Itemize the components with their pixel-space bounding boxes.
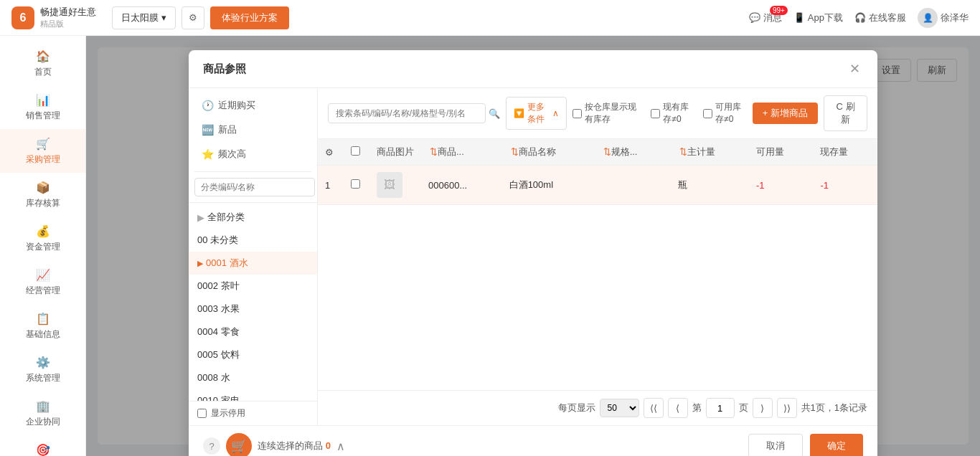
row-checkbox[interactable] [351, 179, 360, 189]
sidebar-item-finance[interactable]: 💰 资金管理 [0, 217, 85, 260]
cell-unit: 瓶 [671, 166, 749, 205]
warehouse-checkbox-item[interactable]: 按仓库显示现有库存 [573, 101, 642, 125]
settings-icon[interactable]: ⚙ [182, 6, 204, 29]
online-service-item[interactable]: 🎧 在线客服 [854, 11, 906, 24]
category-0002[interactable]: 0002 茶叶 [189, 275, 317, 298]
category-00[interactable]: 00 未分类 [189, 229, 317, 252]
select-all-checkbox[interactable] [351, 146, 360, 156]
footer-right: 取消 确定 [748, 434, 863, 456]
collapse-footer-icon[interactable]: ∧ [336, 440, 345, 453]
refresh-button[interactable]: C 刷新 [824, 95, 867, 131]
tab-new-products[interactable]: 🆕 新品 [194, 118, 311, 141]
confirm-button[interactable]: 确定 [810, 434, 863, 456]
product-search-bar: 🔍 [328, 103, 500, 123]
cell-code: 000600... [421, 166, 502, 205]
sidebar-item-system[interactable]: ⚙️ 系统管理 [0, 348, 85, 391]
tab-frequent[interactable]: ⭐ 频次高 [194, 143, 311, 166]
filter-icon: 🔽 [514, 108, 524, 118]
sidebar-item-operations[interactable]: 📈 经营管理 [0, 260, 85, 304]
active-arrow-icon: ▶ [197, 259, 203, 268]
cell-stock: -1 [813, 166, 877, 205]
show-disabled-checkbox[interactable] [197, 409, 207, 418]
category-search-box: 🔍 [189, 172, 317, 203]
col-spec[interactable]: ⇅规格... [595, 139, 671, 166]
cell-row-index: 1 [318, 166, 344, 205]
col-settings[interactable]: ⚙ [318, 139, 344, 166]
sidebar-item-purchase[interactable]: 🛒 采购管理 [0, 129, 85, 173]
more-filter-button[interactable]: 🔽 更多条件 ∧ [506, 97, 567, 130]
col-stock: 现存量 [813, 139, 877, 166]
prev-page-button[interactable]: ⟨ [668, 398, 688, 418]
star-icon: ⭐ [202, 148, 214, 160]
col-image: 商品图片 [369, 139, 421, 166]
table-row[interactable]: 1 🖼 000600... 白酒100ml [318, 166, 877, 205]
sales-icon: 📊 [36, 92, 50, 107]
usable-checkbox[interactable] [703, 109, 712, 118]
tab-recent-purchase[interactable]: 🕐 近期购买 [194, 94, 311, 117]
cell-available: -1 [749, 166, 814, 205]
guide-icon: 🎯 [36, 442, 50, 456]
usable-checkbox-item[interactable]: 可用库存≠0 [703, 101, 747, 125]
product-search-icon[interactable]: 🔍 [489, 108, 500, 119]
messages-item[interactable]: 💬 消息 99+ [749, 11, 782, 24]
col-code[interactable]: ⇅商品... [421, 139, 502, 166]
page-input[interactable] [706, 398, 735, 418]
main-content: 查询 设置 刷新 商品参照 ✕ [86, 36, 980, 456]
triangle-icon: ▶ [197, 212, 204, 223]
sort-icon-spec: ⇅ [603, 146, 611, 157]
cancel-button[interactable]: 取消 [748, 434, 803, 456]
cart-icon[interactable]: 🛒 [226, 433, 252, 456]
category-0003[interactable]: 0003 水果 [189, 298, 317, 320]
next-page-button[interactable]: ⟩ [753, 398, 773, 418]
nav-center: 日太阳膜 ▾ ⚙ 体验行业方案 [98, 6, 749, 29]
category-0008[interactable]: 0008 水 [189, 366, 317, 389]
total-info: 共1页，1条记录 [801, 402, 867, 414]
headset-icon: 🎧 [854, 12, 866, 23]
modal-body: 🕐 近期购买 🆕 新品 ⭐ 频次高 [189, 88, 877, 425]
category-all[interactable]: ▶ 全部分类 [189, 206, 317, 229]
sidebar-item-basic[interactable]: 📋 基础信息 [0, 304, 85, 348]
right-panel: 🔍 🔽 更多条件 ∧ 按仓库显示现有库存 [318, 88, 877, 425]
trial-button[interactable]: 体验行业方案 [210, 6, 289, 29]
product-reference-modal: 商品参照 ✕ 🕐 近期购买 🆕 [189, 50, 877, 456]
show-disabled-area: 显示停用 [189, 401, 317, 425]
available-checkbox-item[interactable]: 现有库存≠0 [651, 101, 694, 125]
col-unit[interactable]: ⇅主计量 [671, 139, 749, 166]
user-item[interactable]: 👤 徐泽华 [918, 8, 969, 28]
sort-icon-unit: ⇅ [679, 146, 687, 157]
message-icon: 💬 [749, 12, 760, 23]
nav-right: 💬 消息 99+ 📱 App下载 🎧 在线客服 👤 徐泽华 [749, 8, 969, 28]
sidebar-item-home[interactable]: 🏠 首页 [0, 42, 85, 85]
category-0001[interactable]: ▶ 0001 酒水 [189, 252, 317, 275]
modal-title: 商品参照 [203, 62, 246, 76]
cell-checkbox[interactable] [344, 166, 369, 205]
sidebar-item-guide[interactable]: 🎯 新手引导 [0, 435, 85, 456]
page-label: 第 [692, 402, 702, 414]
last-page-button[interactable]: ⟩⟩ [777, 398, 797, 418]
available-checkbox[interactable] [651, 109, 660, 118]
sidebar-item-inventory[interactable]: 📦 库存核算 [0, 173, 85, 217]
col-name[interactable]: ⇅商品名称 [502, 139, 595, 166]
category-0004[interactable]: 0004 零食 [189, 320, 317, 343]
finance-icon: 💰 [36, 224, 50, 238]
modal-close-button[interactable]: ✕ [846, 60, 863, 77]
left-panel-tabs: 🕐 近期购买 🆕 新品 ⭐ 频次高 [189, 88, 317, 171]
nav-store-dropdown[interactable]: 日太阳膜 ▾ [112, 6, 176, 29]
category-0010[interactable]: 0010 家电 [189, 389, 317, 401]
warehouse-checkbox[interactable] [573, 109, 582, 118]
app-download-item[interactable]: 📱 App下载 [793, 11, 843, 24]
sidebar: 🏠 首页 📊 销售管理 🛒 采购管理 📦 库存核算 💰 资金管理 📈 经营管理 … [0, 36, 86, 456]
sidebar-item-sales[interactable]: 📊 销售管理 [0, 85, 85, 129]
sidebar-item-enterprise[interactable]: 🏢 企业协同 [0, 391, 85, 435]
table-header-row: ⚙ 商品图片 ⇅商品... [318, 139, 877, 166]
product-search-input[interactable] [328, 103, 486, 123]
logo-area: 6 畅捷通好生意 精品版 [11, 6, 98, 29]
category-search-input[interactable] [194, 178, 315, 196]
category-list: ▶ 全部分类 00 未分类 ▶ 0001 酒水 0002 茶 [189, 203, 317, 401]
add-product-button[interactable]: + 新增商品 [753, 103, 818, 124]
enterprise-icon: 🏢 [36, 399, 50, 413]
per-page-select[interactable]: 50 10 20 100 [600, 399, 639, 417]
help-icon[interactable]: ? [203, 437, 220, 455]
category-0005[interactable]: 0005 饮料 [189, 343, 317, 366]
first-page-button[interactable]: ⟨⟨ [644, 398, 664, 418]
